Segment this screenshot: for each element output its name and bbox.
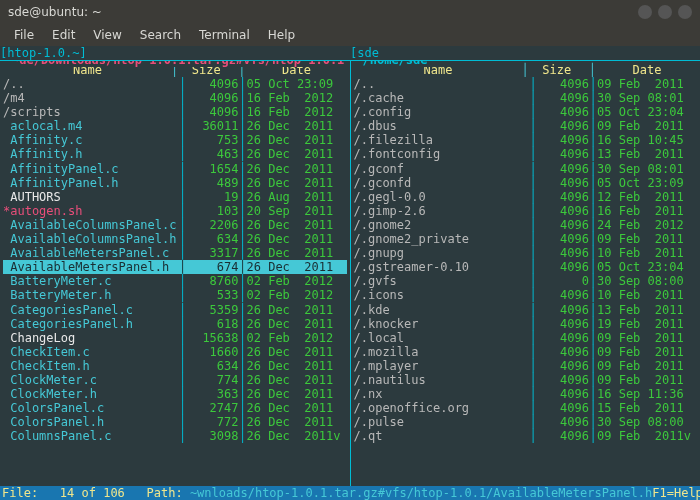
file-row[interactable]: /.filezilla│4096│16 Sep 10:45	[354, 133, 698, 147]
file-size: 774	[187, 373, 239, 387]
file-row[interactable]: ColumnsPanel.c│3098│26 Dec 2011v	[3, 429, 347, 443]
right-panel[interactable]: /home/sde Name │ Size │ Date /..│4096│09…	[350, 60, 701, 486]
file-row[interactable]: ClockMeter.c│774│26 Dec 2011	[3, 373, 347, 387]
file-row[interactable]: /.mozilla│4096│09 Feb 2011	[354, 345, 698, 359]
file-row[interactable]: /.qt│4096│09 Feb 2011v	[354, 429, 698, 443]
file-row[interactable]: /.knocker│4096│19 Feb 2011	[354, 317, 698, 331]
file-row[interactable]: /m4│4096│16 Feb 2012	[3, 91, 347, 105]
file-row[interactable]: aclocal.m4│36011│26 Dec 2011	[3, 119, 347, 133]
file-row[interactable]: /.gnome2│4096│24 Feb 2012	[354, 218, 698, 232]
file-row[interactable]: /.gnome2_private│4096│09 Feb 2011	[354, 232, 698, 246]
file-date: 26 Dec 2011	[247, 176, 347, 190]
file-row[interactable]: ColorsPanel.c│2747│26 Dec 2011	[3, 401, 347, 415]
file-row[interactable]: /.fontconfig│4096│13 Feb 2011	[354, 147, 698, 161]
file-name: *autogen.sh	[3, 204, 179, 218]
file-row[interactable]: AffinityPanel.h│489│26 Dec 2011	[3, 176, 347, 190]
file-size: 1660	[187, 345, 239, 359]
file-row[interactable]: /.gegl-0.0│4096│12 Feb 2011	[354, 190, 698, 204]
file-row[interactable]: /.icons│4096│10 Feb 2011	[354, 288, 698, 302]
file-row[interactable]: /.gnupg│4096│10 Feb 2011	[354, 246, 698, 260]
menu-edit[interactable]: Edit	[44, 26, 83, 44]
file-size: 4096	[537, 415, 589, 429]
file-size: 0	[537, 274, 589, 288]
close-icon[interactable]	[678, 5, 692, 19]
file-name: /.qt	[354, 429, 530, 443]
file-row[interactable]: ClockMeter.h│363│26 Dec 2011	[3, 387, 347, 401]
file-row[interactable]: ColorsPanel.h│772│26 Dec 2011	[3, 415, 347, 429]
file-row[interactable]: AUTHORS│19│26 Aug 2011	[3, 190, 347, 204]
file-name: /.gnome2_private	[354, 232, 530, 246]
file-row[interactable]: /.gconfd│4096│05 Oct 23:09	[354, 176, 698, 190]
right-panel-path: /home/sde	[361, 60, 430, 67]
left-file-list[interactable]: /..│4096│05 Oct 23:09/m4│4096│16 Feb 201…	[3, 77, 347, 486]
file-row[interactable]: /.gimp-2.6│4096│16 Feb 2011	[354, 204, 698, 218]
file-date: 26 Dec 2011	[247, 401, 347, 415]
file-row[interactable]: /.pulse│4096│30 Sep 08:00	[354, 415, 698, 429]
file-name: AvailableMetersPanel.c	[3, 246, 179, 260]
file-row[interactable]: /.openoffice.org│4096│15 Feb 2011	[354, 401, 698, 415]
file-row[interactable]: /.mplayer│4096│09 Feb 2011	[354, 359, 698, 373]
file-date: 16 Feb 2012	[247, 91, 347, 105]
file-row[interactable]: /..│4096│09 Feb 2011	[354, 77, 698, 91]
file-row[interactable]: CheckItem.c│1660│26 Dec 2011	[3, 345, 347, 359]
status-file-pos: 14 of 106	[60, 486, 125, 500]
file-row[interactable]: /.gstreamer-0.10│4096│05 Oct 23:04	[354, 260, 698, 274]
file-name: /.nautilus	[354, 373, 530, 387]
file-row[interactable]: Affinity.h│463│26 Dec 2011	[3, 147, 347, 161]
file-row[interactable]: CategoriesPanel.c│5359│26 Dec 2011	[3, 303, 347, 317]
left-panel[interactable]: ~de/Downloads/htop-1.0.1.tar.gz#vfs/htop…	[0, 60, 350, 486]
file-size: 3317	[187, 246, 239, 260]
file-name: /.cache	[354, 91, 530, 105]
maximize-icon[interactable]	[658, 5, 672, 19]
file-name: /.icons	[354, 288, 530, 302]
file-row[interactable]: AvailableMetersPanel.h│674│26 Dec 2011	[3, 260, 347, 274]
file-row[interactable]: /..│4096│05 Oct 23:09	[3, 77, 347, 91]
file-row[interactable]: Affinity.c│753│26 Dec 2011	[3, 133, 347, 147]
file-date: 26 Dec 2011	[247, 415, 347, 429]
file-row[interactable]: /.gvfs│0│30 Sep 08:00	[354, 274, 698, 288]
file-size: 4096	[537, 162, 589, 176]
file-row[interactable]: ChangeLog│15638│02 Feb 2012	[3, 331, 347, 345]
menu-search[interactable]: Search	[132, 26, 189, 44]
file-name: ColumnsPanel.c	[3, 429, 179, 443]
file-row[interactable]: /.local│4096│09 Feb 2011	[354, 331, 698, 345]
file-row[interactable]: /.cache│4096│30 Sep 08:01	[354, 91, 698, 105]
file-date: 30 Sep 08:00	[597, 274, 697, 288]
file-row[interactable]: *autogen.sh│103│20 Sep 2011	[3, 204, 347, 218]
file-row[interactable]: BatteryMeter.h│533│02 Feb 2012	[3, 288, 347, 302]
file-row[interactable]: AvailableMetersPanel.c│3317│26 Dec 2011	[3, 246, 347, 260]
terminal[interactable]: [htop-1.0.~] [sde ~de/Downloads/htop-1.0…	[0, 46, 700, 500]
file-row[interactable]: AvailableColumnsPanel.c│2206│26 Dec 2011	[3, 218, 347, 232]
file-size: 4096	[537, 119, 589, 133]
right-file-list[interactable]: /..│4096│09 Feb 2011/.cache│4096│30 Sep …	[354, 77, 698, 486]
file-date: 26 Dec 2011	[247, 246, 347, 260]
file-date: 09 Feb 2011	[597, 331, 697, 345]
file-name: AvailableMetersPanel.h	[3, 260, 179, 274]
file-row[interactable]: CheckItem.h│634│26 Dec 2011	[3, 359, 347, 373]
file-name: BatteryMeter.h	[3, 288, 179, 302]
file-row[interactable]: /.gconf│4096│30 Sep 08:01	[354, 162, 698, 176]
menubar: File Edit View Search Terminal Help	[0, 24, 700, 46]
file-row[interactable]: /.dbus│4096│09 Feb 2011	[354, 119, 698, 133]
status-bar: File: 14 of 106 Path: ~wnloads/htop-1.0.…	[0, 486, 700, 500]
file-row[interactable]: /.nautilus│4096│09 Feb 2011	[354, 373, 698, 387]
file-row[interactable]: /.nx│4096│16 Sep 11:36	[354, 387, 698, 401]
menu-help[interactable]: Help	[260, 26, 303, 44]
file-date: 10 Feb 2011	[597, 288, 697, 302]
file-row[interactable]: /scripts│4096│16 Feb 2012	[3, 105, 347, 119]
file-date: 26 Dec 2011	[247, 147, 347, 161]
menu-file[interactable]: File	[6, 26, 42, 44]
menu-terminal[interactable]: Terminal	[191, 26, 258, 44]
file-row[interactable]: BatteryMeter.c│8760│02 Feb 2012	[3, 274, 347, 288]
file-row[interactable]: AvailableColumnsPanel.h│634│26 Dec 2011	[3, 232, 347, 246]
file-row[interactable]: /.config│4096│05 Oct 23:04	[354, 105, 698, 119]
file-name: Affinity.c	[3, 133, 179, 147]
file-name: /.fontconfig	[354, 147, 530, 161]
file-size: 4096	[537, 288, 589, 302]
file-row[interactable]: AffinityPanel.c│1654│26 Dec 2011	[3, 162, 347, 176]
minimize-icon[interactable]	[638, 5, 652, 19]
menu-view[interactable]: View	[85, 26, 129, 44]
file-row[interactable]: CategoriesPanel.h│618│26 Dec 2011	[3, 317, 347, 331]
file-date: 05 Oct 23:04	[597, 260, 697, 274]
file-row[interactable]: /.kde│4096│13 Feb 2011	[354, 303, 698, 317]
